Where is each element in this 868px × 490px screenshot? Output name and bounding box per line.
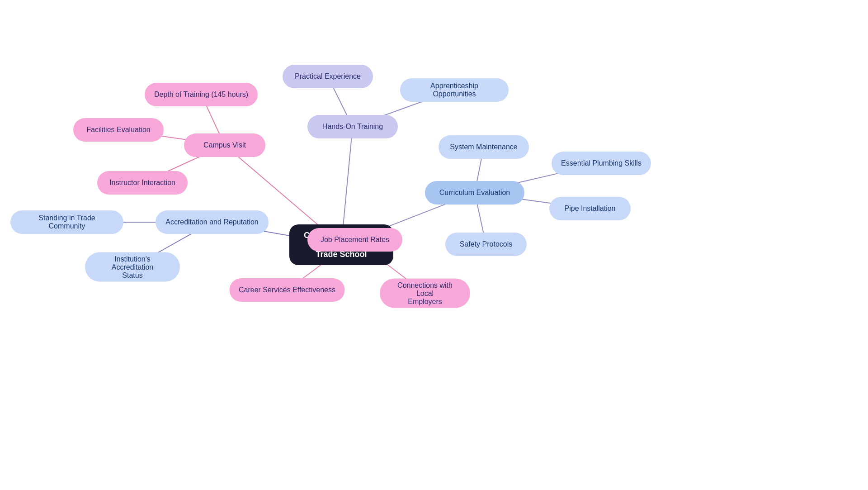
- node-depth-training: Depth of Training (145 hours): [145, 83, 258, 106]
- node-connections-employers: Connections with Local Employers: [380, 279, 470, 308]
- node-campus-visit: Campus Visit: [184, 133, 265, 157]
- node-essential-plumbing: Essential Plumbing Skills: [552, 152, 651, 175]
- node-pipe-installation: Pipe Installation: [549, 197, 631, 220]
- node-curriculum-eval: Curriculum Evaluation: [425, 181, 524, 205]
- node-system-maintenance: System Maintenance: [439, 135, 529, 159]
- connections-svg: [0, 0, 868, 490]
- node-institution-accred: Institution's Accreditation Status: [85, 252, 180, 282]
- node-accreditation-rep: Accreditation and Reputation: [156, 210, 269, 234]
- node-apprenticeship: Apprenticeship Opportunities: [400, 78, 509, 102]
- node-career-services: Career Services Effectiveness: [230, 278, 345, 302]
- node-hands-on-training: Hands-On Training: [307, 115, 398, 138]
- mindmap-container: Choosing the Right Plumbing Trade School…: [0, 0, 868, 490]
- node-practical-experience: Practical Experience: [283, 65, 373, 88]
- node-job-placement: Job Placement Rates: [307, 228, 402, 252]
- node-standing-trade: Standing in Trade Community: [10, 210, 123, 234]
- node-instructor-interaction: Instructor Interaction: [97, 171, 188, 195]
- node-facilities-eval: Facilities Evaluation: [73, 118, 164, 142]
- node-safety-protocols: Safety Protocols: [445, 233, 527, 256]
